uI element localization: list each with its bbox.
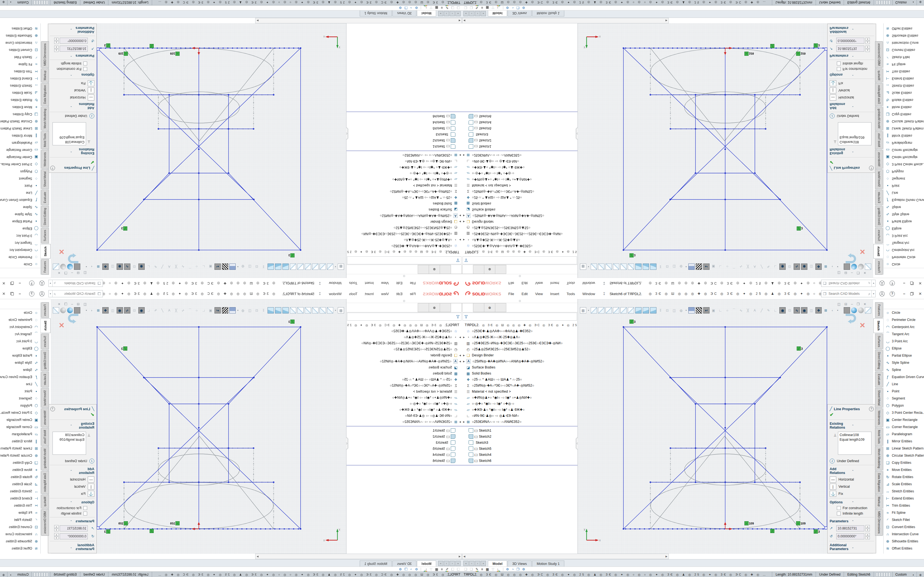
- tree-row[interactable]: ∟ ○ИΝ◦9Є◦♟◎○ ◦○ ◎♟◦Є9◦ΝИ○: [462, 158, 577, 164]
- palette-tool[interactable]: ↻ Rotate Entities: [884, 474, 924, 480]
- confirmation-corner[interactable]: ✕: [58, 247, 81, 264]
- annotation-tool-icon[interactable]: [421, 6, 421, 10]
- tree-row[interactable]: ▶ ◔ ○Λ♟◎✚25◦Ж○◦○Ж◦25✚◎♟Λ○: [462, 334, 577, 340]
- commandmanager-tab[interactable]: Data Migration: [875, 83, 883, 106]
- tree-row[interactable]: ◴ ○25♟◎25ИЗЄ25○◦○25ЄЗИ52◎♟52○: [347, 225, 462, 231]
- tree-row[interactable]: ❖ ○25·∩ * ♟АШ○ ◦○ ШΑ♟ * ∩·25○: [462, 376, 577, 382]
- commandmanager-tab[interactable]: Evaluate: [875, 372, 883, 387]
- commandmanager-tab[interactable]: Data Migration: [875, 471, 883, 494]
- palette-tool[interactable]: ∩ Intersection Curve: [0, 39, 40, 47]
- menu-item[interactable]: Insert: [365, 292, 374, 296]
- tree-row[interactable]: ▶ A ○25ИΝ◎◦✚А✚◎ИΝА○◦○АΝИ◎✚А✚◦◎ΝИ52○: [462, 213, 577, 219]
- palette-tool[interactable]: ≋ Offset Entities: [0, 25, 40, 32]
- expander-icon[interactable]: ▶: [462, 360, 466, 363]
- menu-item[interactable]: Window: [582, 281, 595, 285]
- propertymanager-tab[interactable]: ⊕: [484, 303, 495, 312]
- additional-parameters-header[interactable]: Additional Parameters⌄: [827, 542, 876, 552]
- palette-tool[interactable]: ◌ Perimeter Circle: [884, 254, 924, 261]
- tab-nav-button[interactable]: ›: [475, 561, 480, 566]
- relation-badge[interactable]: ╱ 3: [289, 253, 294, 258]
- close-button[interactable]: ✕: [0, 292, 8, 296]
- exit-sketch-icon[interactable]: [66, 253, 81, 264]
- add-relation-button[interactable]: — Horizontal: [48, 476, 97, 483]
- cancel-sketch-icon[interactable]: ✕: [859, 321, 866, 330]
- annotation-tool-icon[interactable]: ▽: [430, 6, 432, 10]
- tab-nav-button[interactable]: »: [481, 561, 486, 566]
- tree-row[interactable]: ▱ ○·◎✚○ *◉І○ ◦○ І◉* ○✚◎·○: [462, 401, 577, 407]
- tab-nav-button[interactable]: ‹: [469, 561, 474, 566]
- tab-nav-button[interactable]: ›: [444, 561, 449, 566]
- user-account-icon[interactable]: [879, 291, 885, 297]
- annotation-tool-icon[interactable]: ≡: [441, 567, 443, 571]
- annotation-tool-icon[interactable]: ▽: [430, 567, 432, 571]
- commandmanager-tab[interactable]: Data Migration: [41, 83, 49, 106]
- relation-badge[interactable]: ╱ 3: [814, 44, 820, 48]
- tree-row[interactable]: ▥ ○25✚3Є25○ИΝ◎◦✚ЭСЗЄ∩ЗЄ25○◦○253Є∩ЄЗСЭ✚◦◎…: [462, 340, 577, 346]
- commandmanager-tab[interactable]: Sheet Metal: [875, 388, 883, 408]
- expander-icon[interactable]: ▶: [462, 354, 466, 357]
- search-dropdown-icon[interactable]: ▾: [871, 290, 876, 297]
- palette-tool[interactable]: ↻ Rotate Entities: [0, 474, 40, 480]
- annotation-tool-icon[interactable]: ≡: [441, 6, 443, 10]
- commandmanager-tab[interactable]: Evaluate: [875, 190, 883, 205]
- palette-tool[interactable]: ○ Circle: [0, 309, 40, 316]
- palette-tool[interactable]: ▭ Corner Rectangle: [0, 147, 40, 153]
- tab-nav-button[interactable]: ›: [444, 11, 449, 16]
- tree-row[interactable]: ▶ A ○25ИΝ◎◦✚А✚◎ИΝА○◦○АΝИ◎✚А✚◦◎ΝИ52○: [462, 358, 577, 364]
- ok-button[interactable]: ✔: [827, 412, 876, 419]
- palette-tool[interactable]: ◯ Ellipse: [884, 345, 924, 352]
- relation-badge[interactable]: ╱ 3: [797, 347, 803, 351]
- tree-row[interactable]: ▱ ○✚ИΝ◎♟+○ *◉І○ ◦○ І◉* ○+♟◎ΝИ✚○: [462, 395, 577, 401]
- propertymanager-tab[interactable]: ⊕: [429, 265, 440, 274]
- tree-row[interactable]: Σ ○25ИΝ◎◦✚А∩ªЗЄ○◦○ЗЄª∩А✚◦◎ΝИ52○: [347, 189, 462, 195]
- add-relations-header[interactable]: Add Relations⌃: [48, 466, 97, 476]
- palette-tool[interactable]: ✂ Trim Entities: [0, 502, 40, 509]
- annotation-tool-icon[interactable]: ❏: [470, 6, 473, 10]
- palette-tool[interactable]: ⊿ Scale Entities: [884, 89, 924, 97]
- user-account-icon[interactable]: [879, 281, 885, 286]
- palette-tool[interactable]: ◯ Ellipse: [0, 345, 40, 352]
- tab-nav-button[interactable]: ‹: [450, 561, 455, 566]
- relations-listbox[interactable]: ⊥ Collinear108Equal length109: [53, 432, 86, 455]
- palette-tool[interactable]: ◇ 3 Point Center Recta...: [884, 161, 924, 168]
- tree-row[interactable]: ◪ Surface Bodies: [462, 206, 577, 213]
- sketch-row[interactable]: (-) Sketch1: [347, 143, 462, 150]
- checkbox[interactable]: [83, 512, 87, 516]
- add-relation-button[interactable]: — Horizontal: [827, 94, 876, 101]
- parameters-header[interactable]: Parameters⌃: [827, 53, 876, 59]
- commandmanager-tab[interactable]: Sheet Metal: [41, 388, 49, 408]
- tree-row[interactable]: ▶ ❑ Design Binder: [347, 352, 462, 358]
- spinner[interactable]: ▲▼: [866, 533, 870, 539]
- search-input[interactable]: [55, 281, 96, 285]
- relation-button-icon[interactable]: ⚓: [830, 80, 836, 86]
- parameter-input[interactable]: [60, 533, 88, 539]
- annotation-tool-icon[interactable]: ❏: [451, 6, 454, 10]
- palette-tool[interactable]: ⁘ Segment: [0, 175, 40, 182]
- spinner[interactable]: ▲▼: [54, 533, 58, 539]
- add-relation-button[interactable]: ❘ Vertical: [48, 483, 97, 490]
- horizontal-scrollbar[interactable]: ◀ ▶: [255, 554, 462, 559]
- commandmanager-tab[interactable]: Mold Tools: [41, 131, 49, 149]
- expander-icon[interactable]: ▶: [458, 214, 462, 217]
- propertymanager-tab[interactable]: [473, 303, 484, 312]
- relation-button-icon[interactable]: —: [830, 476, 836, 482]
- scroll-right-arrow[interactable]: ▶: [255, 555, 260, 558]
- palette-tool[interactable]: ⬡ Polygon: [0, 168, 40, 175]
- document-tab[interactable]: Motion Study 1: [360, 10, 392, 16]
- palette-tool[interactable]: ⊛ Circular Sketch Pattern: [0, 452, 40, 459]
- checkbox[interactable]: [837, 67, 841, 71]
- palette-tool[interactable]: ✂ Trim Entities: [884, 68, 924, 75]
- propertymanager-tab[interactable]: [418, 265, 429, 274]
- add-relation-button[interactable]: ⚓ Fix: [827, 80, 876, 87]
- tree-filter-input[interactable]: [347, 258, 455, 263]
- relation-badge[interactable]: = 109: [796, 52, 806, 56]
- annotation-tool-icon[interactable]: ▦: [435, 6, 438, 10]
- commandmanager-tab[interactable]: Direct Editing: [41, 350, 49, 371]
- checkbox[interactable]: [837, 506, 841, 510]
- relation-badge[interactable]: ╱ 3: [289, 319, 294, 324]
- palette-tool[interactable]: ⊢ Extend Entities: [0, 495, 40, 502]
- pin-icon[interactable]: ↧: [318, 292, 321, 296]
- commandmanager-tab[interactable]: Sketch: [873, 318, 883, 333]
- add-relations-header[interactable]: Add Relations⌃: [827, 101, 876, 111]
- document-tab[interactable]: Motion Study 1: [532, 561, 564, 567]
